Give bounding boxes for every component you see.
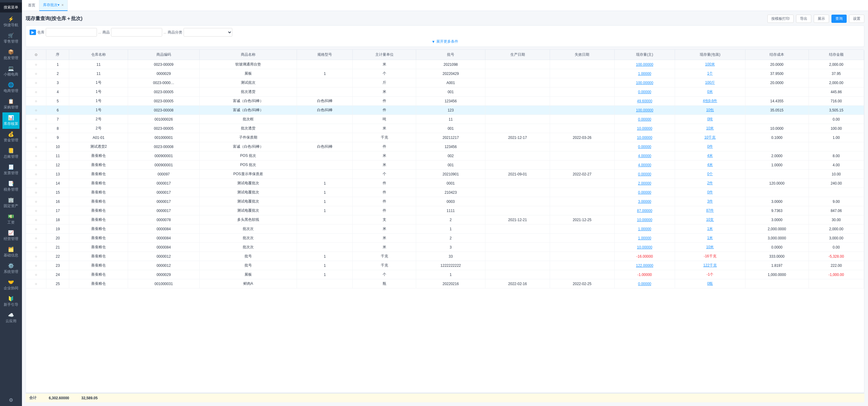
sidebar-item-6[interactable]: 📊库存核算 (2, 112, 20, 129)
row-check-7[interactable]: ○ (26, 124, 46, 133)
row-check-15[interactable]: ○ (26, 197, 46, 206)
row-check-23[interactable]: ○ (26, 270, 46, 279)
row-check-5[interactable]: ○ (26, 106, 46, 115)
filter-toggle-btn[interactable]: ▶ (30, 30, 36, 35)
cell-spec-17 (297, 215, 353, 225)
row-check-18[interactable]: ○ (26, 225, 46, 234)
table-row[interactable]: ○19善蚕粮仓0000084批次次米11.000001米2,000.00002,… (26, 225, 864, 234)
sidebar-item-12[interactable]: 💵工资 (2, 211, 20, 228)
table-row[interactable]: ○14善蚕粮仓0000017测试电覆批次1件00012.000002件120.0… (26, 179, 864, 188)
toggle-button[interactable]: 展示 (814, 14, 829, 23)
sidebar-item-11[interactable]: 🏢固定资产 (2, 195, 20, 211)
row-check-24[interactable]: ○ (26, 279, 46, 289)
row-check-4[interactable]: ○ (26, 97, 46, 106)
sidebar-item-8[interactable]: 📒总账管理 (2, 145, 20, 162)
settings-button[interactable]: 设置 (849, 14, 864, 23)
category-select[interactable] (184, 28, 232, 37)
table-row[interactable]: ○82号0023-00005批次透货米00110.0000010米10.0000… (26, 124, 864, 133)
row-check-9[interactable]: ○ (26, 142, 46, 151)
sidebar-item-14[interactable]: 🗂️基础信息 (2, 244, 20, 261)
print-button[interactable]: 按模板打印 (767, 14, 794, 23)
row-check-0[interactable]: ○ (26, 60, 46, 69)
table-row[interactable]: ○24善蚕粮仓0000029展板1个1-1.00000-1个1,000.0000… (26, 270, 864, 279)
cell-product_name-15: 测试电覆批次 (199, 197, 297, 206)
sidebar-item-4[interactable]: 🌐电商管理 (2, 79, 20, 96)
table-row[interactable]: ○20善蚕粮仓0000084批次次米21.000001米3,000.00003,… (26, 234, 864, 243)
row-check-22[interactable]: ○ (26, 261, 46, 270)
row-check-14[interactable]: ○ (26, 188, 46, 197)
row-check-3[interactable]: ○ (26, 88, 46, 97)
cell-qty_stock-24: 0瓶 (675, 279, 745, 289)
sidebar-item-18[interactable]: ☁️云应用 (2, 310, 20, 326)
query-button[interactable]: 查询 (831, 14, 847, 23)
cell-unit_cost-20: 0.0000 (745, 243, 809, 252)
table-row[interactable]: ○31号0023-0000…测试批次斤A001100.00000100斤20.0… (26, 78, 864, 88)
table-row[interactable]: ○72号001000026批次框吨110.000000吨0.00 (26, 115, 864, 124)
table-row[interactable]: ○15善蚕粮仓0000017测试电覆批次1件2104230.000000件 (26, 188, 864, 197)
row-check-16[interactable]: ○ (26, 206, 46, 215)
table-row[interactable]: ○10测试透货20023-00008富诚（白色/闷棒）白色/闷棒件1234560… (26, 142, 864, 151)
row-check-21[interactable]: ○ (26, 252, 46, 261)
row-check-2[interactable]: ○ (26, 78, 46, 88)
cell-unit-7: 米 (353, 124, 416, 133)
sidebar-item-0[interactable]: ⚡快捷导航 (2, 14, 20, 30)
cell-unit-2: 斤 (353, 78, 416, 88)
row-check-12[interactable]: ○ (26, 170, 46, 179)
table-row[interactable]: ○13善蚕粮仓000097POS显示率保质差个202109012021-09-0… (26, 170, 864, 179)
row-check-10[interactable]: ○ (26, 151, 46, 161)
col-settings[interactable]: ⚙ (26, 49, 46, 60)
row-check-19[interactable]: ○ (26, 234, 46, 243)
sidebar-item-13[interactable]: 📈经营管理 (2, 228, 20, 244)
warehouse-input[interactable] (46, 28, 97, 37)
settings-icon[interactable]: ⚙ (34, 53, 38, 57)
table-row[interactable]: ○51号0023-00005富诚（白色/闷棒）白色/闷棒件12345649.60… (26, 97, 864, 106)
table-row[interactable]: ○25善蚕粮仓001000031鲜肉A瓶202202162022-02-1620… (26, 279, 864, 289)
row-check-1[interactable]: ○ (26, 69, 46, 78)
cell-product_code-11: 000900001 (128, 161, 200, 170)
product-input[interactable] (111, 28, 162, 37)
sidebar-item-7[interactable]: 💰资金管理 (2, 129, 20, 145)
table-row[interactable]: ○18善蚕粮仓0000078多头黑色软线支22021-12-212021-12-… (26, 215, 864, 225)
cell-unit-5: 件 (353, 106, 416, 115)
sidebar-item-17[interactable]: 🔰新手引导 (2, 293, 20, 310)
table-row[interactable]: ○12善蚕粮仓000900001POS 批次米0014.000004米1.000… (26, 161, 864, 170)
filter-expand-btn[interactable]: ▼ 展开更多条件 (30, 39, 860, 44)
sidebar-item-10[interactable]: 📑税务管理 (2, 178, 20, 195)
row-check-13[interactable]: ○ (26, 179, 46, 188)
sidebar-item-3[interactable]: 💻小额电商 (2, 63, 20, 79)
table-row[interactable]: ○61号0023-00008富诚（白色/闷棒）白色/闷棒件123100.0000… (26, 106, 864, 115)
sidebar-item-settings[interactable]: ⚙ (0, 395, 22, 406)
table-row[interactable]: ○23善蚕粮仓0000012批号1千克1222222222122.0000012… (26, 261, 864, 270)
row-check-20[interactable]: ○ (26, 243, 46, 252)
sidebar-item-5[interactable]: 📋采购管理 (2, 96, 20, 112)
sidebar-item-9[interactable]: 🧾发票管理 (2, 162, 20, 178)
row-check-11[interactable]: ○ (26, 161, 46, 170)
sidebar-item-15[interactable]: ⚙️系统管理 (2, 261, 20, 277)
topnav-tab-1[interactable]: 库存批次▾✕ (39, 0, 68, 11)
row-check-6[interactable]: ○ (26, 115, 46, 124)
table-row[interactable]: ○1110023-00009软玻璃通用台垫米2021098100.0000010… (26, 60, 864, 69)
table-row[interactable]: ○17善蚕粮仓0000017测试电覆批次1件111187.0000087件9.7… (26, 206, 864, 215)
cell-qty_main-2: 100.00000 (614, 78, 675, 88)
cell-produce_date-9 (485, 142, 550, 151)
table-row[interactable]: ○11善蚕粮仓000900001POS 批次米0024.000004米2.000… (26, 151, 864, 161)
cell-idx-15: 16 (46, 197, 69, 206)
topnav-tab-0[interactable]: 首页 (24, 0, 39, 11)
tab-close-1[interactable]: ✕ (61, 3, 64, 7)
table-row[interactable]: ○16善蚕粮仓0000017测试电覆批次1件00033.000003件3.000… (26, 197, 864, 206)
row-check-17[interactable]: ○ (26, 215, 46, 225)
cell-warehouse-4: 1号 (69, 97, 128, 106)
export-button[interactable]: 导出 (796, 14, 811, 23)
cell-produce_date-11 (485, 161, 550, 170)
table-row[interactable]: ○9A01-01001000001子件保质期千克202112172021-12-… (26, 133, 864, 142)
table-row[interactable]: ○22善蚕粮仓0000012批号1千克33-16.00000-16千克333.0… (26, 252, 864, 261)
sidebar-item-2[interactable]: 📦批发管理 (2, 46, 20, 63)
cell-batch-9: 123456 (416, 142, 485, 151)
sidebar-item-1[interactable]: 🛒零售管理 (2, 30, 20, 46)
sidebar-item-16[interactable]: 🤝企业协同 (2, 277, 20, 293)
table-row[interactable]: ○2110000029展板1个202204291.000001个37.95003… (26, 69, 864, 78)
table-row[interactable]: ○21善蚕粮仓0000084批次次米310.0000010米0.00000.00 (26, 243, 864, 252)
table-row[interactable]: ○41号0023-00005批次透货米0010.000000米445.86 (26, 88, 864, 97)
row-check-8[interactable]: ○ (26, 133, 46, 142)
sidebar-search[interactable]: 搜索菜单 (0, 2, 22, 12)
